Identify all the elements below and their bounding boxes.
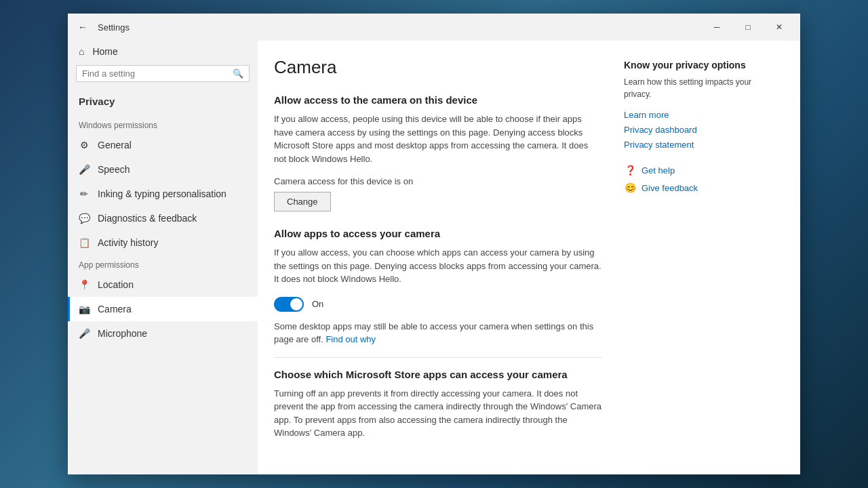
section3-desc: Turning off an app prevents it from dire… — [274, 387, 602, 440]
main-left: Camera Allow access to the camera on thi… — [274, 57, 602, 458]
window-title: Settings — [98, 22, 701, 33]
search-box[interactable]: 🔍 — [76, 65, 250, 82]
device-status: Camera access for this device is on — [274, 176, 602, 186]
minimize-button[interactable]: ─ — [701, 16, 732, 38]
home-icon: ⌂ — [79, 46, 84, 57]
change-button[interactable]: Change — [274, 192, 331, 211]
camera-icon: 📷 — [79, 304, 90, 314]
sidebar-item-microphone[interactable]: 🎤 Microphone — [68, 321, 258, 346]
section2-desc: If you allow access, you can choose whic… — [274, 246, 602, 286]
windows-permissions-header: Windows permissions — [68, 115, 258, 133]
main-content: Camera Allow access to the camera on thi… — [258, 41, 800, 474]
titlebar: ← Settings ─ □ ✕ — [68, 14, 800, 41]
get-help-icon: ❓ — [624, 164, 636, 176]
learn-more-link[interactable]: Learn more — [624, 110, 669, 120]
section3-title: Choose which Microsoft Store apps can ac… — [274, 369, 602, 380]
microphone-icon: 🎤 — [79, 328, 90, 339]
sidebar-item-speech[interactable]: 🎤 Speech — [68, 157, 258, 182]
give-feedback-link[interactable]: Give feedback — [642, 183, 698, 193]
search-input[interactable] — [82, 68, 227, 79]
microphone-label: Microphone — [98, 328, 147, 339]
app-permissions-header: App permissions — [68, 255, 258, 272]
section1-desc: If you allow access, people using this d… — [274, 113, 602, 165]
know-privacy-title: Know your privacy options — [624, 60, 773, 70]
home-label: Home — [92, 46, 117, 57]
inking-label: Inking & typing personalisation — [98, 188, 226, 199]
sidebar-item-activity[interactable]: 📋 Activity history — [68, 230, 258, 255]
page-title: Camera — [274, 57, 602, 78]
get-help-row[interactable]: ❓ Get help — [624, 164, 773, 176]
content-area: ⌂ Home 🔍 Privacy Windows permissions ⚙ G… — [68, 41, 800, 474]
activity-label: Activity history — [98, 237, 158, 248]
activity-icon: 📋 — [79, 237, 90, 248]
sidebar-item-inking[interactable]: ✏ Inking & typing personalisation — [68, 182, 258, 206]
note-text: Some desktop apps may still be able to a… — [274, 320, 602, 346]
search-icon: 🔍 — [233, 68, 243, 79]
back-button[interactable]: ← — [73, 18, 92, 37]
sidebar-item-general[interactable]: ⚙ General — [68, 133, 258, 157]
close-button[interactable]: ✕ — [764, 16, 795, 38]
location-label: Location — [98, 279, 134, 290]
toggle-label: On — [312, 299, 323, 309]
sidebar-item-location[interactable]: 📍 Location — [68, 272, 258, 297]
give-feedback-row[interactable]: 😊 Give feedback — [624, 182, 773, 194]
toggle-knob — [290, 298, 302, 310]
inking-icon: ✏ — [79, 188, 90, 199]
location-icon: 📍 — [79, 279, 90, 290]
section2-title: Allow apps to access your camera — [274, 228, 602, 239]
find-out-why-link[interactable]: Find out why — [326, 334, 376, 344]
settings-window: ← Settings ─ □ ✕ ⌂ Home 🔍 Privacy Window… — [68, 14, 800, 474]
sidebar: ⌂ Home 🔍 Privacy Windows permissions ⚙ G… — [68, 41, 258, 474]
speech-label: Speech — [98, 164, 130, 175]
section1-title: Allow access to the camera on this devic… — [274, 94, 602, 106]
camera-toggle[interactable] — [274, 297, 304, 312]
privacy-dashboard-link[interactable]: Privacy dashboard — [624, 125, 697, 135]
divider — [274, 357, 602, 358]
sidebar-item-diagnostics[interactable]: 💬 Diagnostics & feedback — [68, 206, 258, 230]
general-label: General — [98, 140, 132, 150]
privacy-label: Privacy — [68, 90, 258, 115]
privacy-statement-link[interactable]: Privacy statement — [624, 140, 694, 150]
camera-label: Camera — [98, 304, 132, 314]
maximize-button[interactable]: □ — [732, 16, 764, 38]
sidebar-right: Know your privacy options Learn how this… — [624, 60, 773, 458]
give-feedback-icon: 😊 — [624, 182, 636, 194]
sidebar-item-camera[interactable]: 📷 Camera — [68, 297, 258, 321]
toggle-row: On — [274, 297, 602, 312]
window-controls: ─ □ ✕ — [701, 16, 795, 38]
get-help-link[interactable]: Get help — [642, 165, 675, 176]
know-privacy-desc: Learn how this setting impacts your priv… — [624, 76, 773, 100]
sidebar-item-home[interactable]: ⌂ Home — [68, 41, 258, 62]
diagnostics-icon: 💬 — [79, 213, 90, 224]
general-icon: ⚙ — [79, 140, 90, 150]
diagnostics-label: Diagnostics & feedback — [98, 213, 197, 224]
speech-icon: 🎤 — [79, 164, 90, 175]
